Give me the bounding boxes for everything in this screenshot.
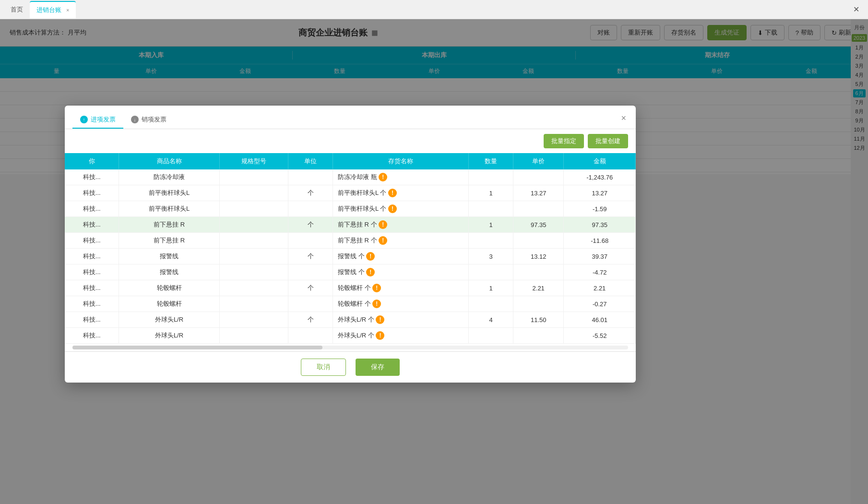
warning-icon: ! (379, 220, 387, 229)
cell-inventory-name: 报警线 个 ! (333, 264, 469, 280)
cancel-button[interactable]: 取消 (301, 359, 346, 376)
table-row: 科技...轮毂螺杆个轮毂螺杆 个 !12.212.21 (65, 280, 636, 296)
table-row: 科技...前下悬挂 R个前下悬挂 R 个 !197.3597.35 (65, 217, 636, 233)
invoice-table: 你 商品名称 规格型号 单位 存货名称 数量 单价 金额 科技...防冻冷却液防… (65, 153, 636, 344)
cell-inventory-name: 前平衡杆球头L 个 ! (333, 201, 469, 217)
cell-spec (219, 233, 288, 249)
warning-icon: ! (372, 284, 381, 292)
cell-amount: -4.72 (564, 264, 636, 280)
cell-product-name: 前平衡杆球头L (119, 185, 219, 201)
batch-assign-button[interactable]: 批量指定 (544, 134, 584, 148)
warning-icon: ! (388, 204, 397, 213)
cell-company: 科技... (65, 280, 119, 296)
cell-unit (288, 328, 333, 344)
purchase-tab-label: 进项发票 (91, 115, 116, 124)
warning-icon: ! (376, 331, 384, 340)
cell-inventory-name: 前平衡杆球头L 个 ! (333, 185, 469, 201)
modal-table-wrap[interactable]: 你 商品名称 规格型号 单位 存货名称 数量 单价 金额 科技...防冻冷却液防… (65, 153, 636, 344)
cell-company: 科技... (65, 233, 119, 249)
table-row: 科技...前平衡杆球头L前平衡杆球头L 个 !-1.59 (65, 201, 636, 217)
cell-company: 科技... (65, 169, 119, 185)
cell-amount: 13.27 (564, 185, 636, 201)
cell-unit (288, 169, 333, 185)
cell-price (513, 201, 563, 217)
cell-inventory-name: 防冻冷却液 瓶 ! (333, 169, 469, 185)
th-qty: 数量 (469, 153, 513, 169)
cell-unit (288, 264, 333, 280)
cell-company: 科技... (65, 201, 119, 217)
th-price: 单价 (513, 153, 563, 169)
modal-close-button[interactable]: × (619, 113, 628, 123)
cell-company: 科技... (65, 296, 119, 312)
cell-qty (469, 169, 513, 185)
cell-product-name: 前下悬挂 R (119, 217, 219, 233)
cell-price: 2.21 (513, 280, 563, 296)
th-spec: 规格型号 (219, 153, 288, 169)
cell-unit: 个 (288, 280, 333, 296)
cell-qty: 1 (469, 280, 513, 296)
tab-home[interactable]: 首页 (4, 1, 30, 18)
cell-spec (219, 201, 288, 217)
cell-qty (469, 328, 513, 344)
cell-price: 13.27 (513, 185, 563, 201)
table-row: 科技...外球头L/R外球头L/R 个 !-5.52 (65, 328, 636, 344)
modal-overlay: ↑ 进项发票 ↓ 销项发票 × 批量指定 批量创建 你 (0, 19, 868, 504)
tab-close-icon[interactable]: × (66, 7, 69, 13)
tab-active[interactable]: 进销台账 × (30, 1, 76, 18)
cell-qty (469, 233, 513, 249)
cell-product-name: 轮毂螺杆 (119, 280, 219, 296)
cell-qty: 4 (469, 312, 513, 328)
cell-price (513, 233, 563, 249)
warning-icon: ! (372, 300, 381, 308)
table-header: 你 商品名称 规格型号 单位 存货名称 数量 单价 金额 (65, 153, 636, 169)
warning-icon: ! (366, 268, 375, 276)
cell-price: 13.12 (513, 249, 563, 264)
cell-product-name: 报警线 (119, 264, 219, 280)
cell-company: 科技... (65, 217, 119, 233)
modal-dialog: ↑ 进项发票 ↓ 销项发票 × 批量指定 批量创建 你 (65, 106, 636, 383)
cell-qty: 1 (469, 185, 513, 201)
modal-header: ↑ 进项发票 ↓ 销项发票 × (65, 106, 636, 129)
table-row: 科技...外球头L/R个外球头L/R 个 !411.5046.01 (65, 312, 636, 328)
modal-scrollbar[interactable] (72, 346, 628, 349)
sales-tab-icon: ↓ (131, 116, 139, 123)
cell-product-name: 防冻冷却液 (119, 169, 219, 185)
cell-spec (219, 249, 288, 264)
table-row: 科技...轮毂螺杆轮毂螺杆 个 !-0.27 (65, 296, 636, 312)
cell-company: 科技... (65, 264, 119, 280)
table-body: 科技...防冻冷却液防冻冷却液 瓶 !-1,243.76科技...前平衡杆球头L… (65, 169, 636, 344)
cell-product-name: 轮毂螺杆 (119, 296, 219, 312)
tab-purchase-invoice[interactable]: ↑ 进项发票 (72, 111, 123, 129)
table-row: 科技...前下悬挂 R前下悬挂 R 个 !-11.68 (65, 233, 636, 249)
cell-company: 科技... (65, 249, 119, 264)
cell-unit (288, 296, 333, 312)
cell-amount: -11.68 (564, 233, 636, 249)
cell-company: 科技... (65, 185, 119, 201)
cell-unit: 个 (288, 249, 333, 264)
tab-sales-invoice[interactable]: ↓ 销项发票 (123, 111, 174, 129)
cell-spec (219, 169, 288, 185)
window-close-button[interactable]: ✕ (848, 3, 864, 16)
cell-company: 科技... (65, 312, 119, 328)
cell-amount: 46.01 (564, 312, 636, 328)
th-inventory-name: 存货名称 (333, 153, 469, 169)
cell-price (513, 169, 563, 185)
tab-active-label: 进销台账 (36, 6, 61, 14)
th-amount: 金额 (564, 153, 636, 169)
cell-spec (219, 296, 288, 312)
table-row: 科技...前平衡杆球头L个前平衡杆球头L 个 !113.2713.27 (65, 185, 636, 201)
warning-icon: ! (379, 236, 387, 245)
cell-inventory-name: 外球头L/R 个 ! (333, 328, 469, 344)
batch-create-button[interactable]: 批量创建 (588, 134, 628, 148)
cell-spec (219, 328, 288, 344)
save-button[interactable]: 保存 (356, 359, 400, 376)
cell-spec (219, 280, 288, 296)
th-company: 你 (65, 153, 119, 169)
cell-price (513, 296, 563, 312)
cell-unit: 个 (288, 312, 333, 328)
table-row: 科技...报警线报警线 个 !-4.72 (65, 264, 636, 280)
cell-amount: -1.59 (564, 201, 636, 217)
cell-product-name: 外球头L/R (119, 312, 219, 328)
table-row: 科技...报警线个报警线 个 !313.1239.37 (65, 249, 636, 264)
cell-qty (469, 296, 513, 312)
